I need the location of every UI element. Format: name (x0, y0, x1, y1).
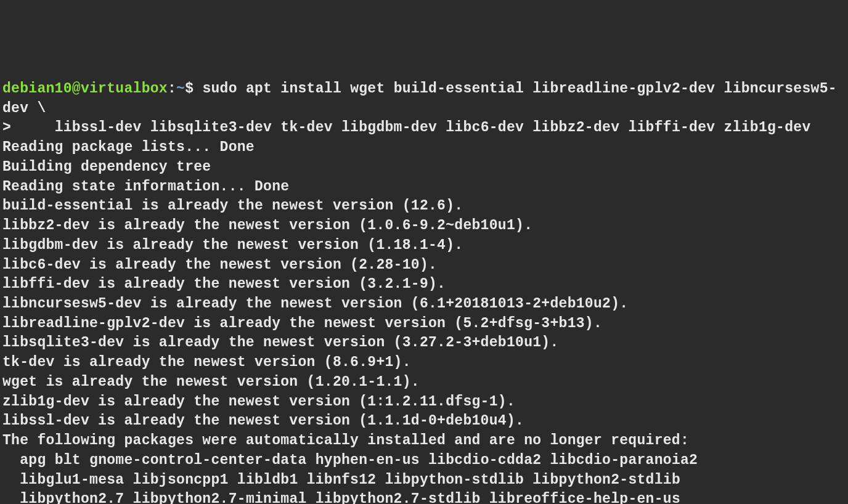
output-line: libpython2.7 libpython2.7-minimal libpyt… (2, 491, 680, 504)
output-line: libssl-dev is already the newest version… (2, 413, 524, 429)
prompt-user: debian10@virtualbox (2, 81, 168, 97)
output-line: libgdbm-dev is already the newest versio… (2, 237, 463, 253)
output-line: The following packages were automaticall… (2, 433, 689, 449)
output-line: Reading package lists... Done (2, 139, 255, 155)
command-line-2: libssl-dev libsqlite3-dev tk-dev libgdbm… (20, 120, 810, 136)
output-line: libncursesw5-dev is already the newest v… (2, 296, 628, 312)
output-line: tk-dev is already the newest version (8.… (2, 354, 411, 370)
output-line: Building dependency tree (2, 159, 211, 175)
continuation-prompt: > (2, 120, 20, 136)
output-line: libbz2-dev is already the newest version… (2, 217, 532, 234)
output-line: libffi-dev is already the newest version… (2, 276, 446, 292)
prompt-symbol: $ (185, 81, 202, 97)
output-line: apg blt gnome-control-center-data hyphen… (2, 452, 698, 468)
output-line: wget is already the newest version (1.20… (2, 374, 420, 390)
output-line: libglu1-mesa libjsoncpp1 libldb1 libnfs1… (2, 472, 680, 488)
output-line: libreadline-gplv2-dev is already the new… (2, 315, 602, 331)
terminal-output[interactable]: debian10@virtualbox:~$ sudo apt install … (2, 79, 846, 504)
prompt-colon: : (168, 81, 176, 97)
output-line: libc6-dev is already the newest version … (2, 257, 437, 273)
output-line: libsqlite3-dev is already the newest ver… (2, 335, 559, 351)
output-line: Reading state information... Done (2, 179, 289, 195)
prompt-path: ~ (176, 81, 185, 97)
output-line: zlib1g-dev is already the newest version… (2, 394, 515, 410)
output-line: build-essential is already the newest ve… (2, 198, 463, 214)
